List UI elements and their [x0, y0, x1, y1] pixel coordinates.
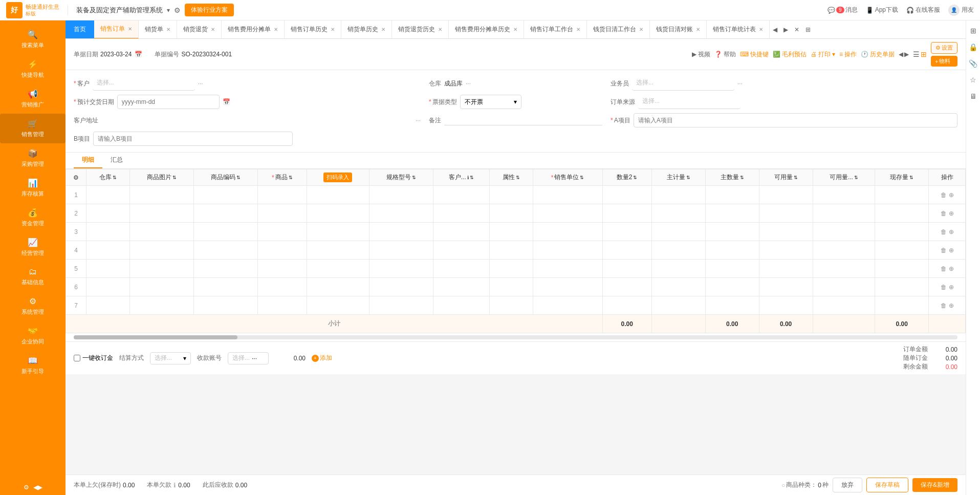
app-download-btn[interactable]: 📱 App下载: [866, 6, 898, 14]
tab-close-icon[interactable]: ✕: [759, 27, 763, 32]
tab-daily-reconcile[interactable]: 钱货日清对账 ✕: [650, 20, 707, 39]
tab-close-icon[interactable]: ✕: [211, 27, 215, 32]
copy-icon[interactable]: ⊕: [949, 302, 954, 309]
warehouse-more-icon[interactable]: ···: [466, 80, 471, 87]
bank-more-icon[interactable]: ···: [252, 355, 257, 362]
col-attr[interactable]: 属性⇅: [489, 169, 533, 186]
delete-icon[interactable]: 🗑: [941, 247, 947, 254]
view-btn[interactable]: ▶ 视频: [692, 50, 710, 59]
sidebar-item-system[interactable]: ⚙ 系统管理: [0, 291, 66, 321]
delivery-date-input[interactable]: [117, 95, 220, 109]
message-btn[interactable]: 💬 9 消息: [827, 6, 858, 14]
tab-order-workbench[interactable]: 销售订单工作台 ✕: [524, 20, 587, 39]
salesman-more-icon[interactable]: ···: [737, 80, 743, 87]
col-customer-code[interactable]: 客户...ℹ⇅: [433, 169, 489, 186]
tab-close-icon[interactable]: ✕: [639, 27, 643, 32]
right-panel-icon-4[interactable]: ☆: [967, 74, 979, 86]
customer-input[interactable]: 选择...: [93, 76, 195, 91]
tab-menu-btn[interactable]: ⊞: [802, 26, 814, 33]
sidebar-item-marketing[interactable]: 📢 营销推广: [0, 84, 66, 114]
b-project-input[interactable]: [93, 132, 293, 146]
settings-btn[interactable]: ⚙ 设置: [931, 42, 957, 54]
tab-detail[interactable]: 明细: [74, 153, 102, 168]
tab-close-icon[interactable]: ✕: [274, 27, 278, 32]
calendar-icon[interactable]: 📅: [135, 51, 142, 58]
op-btn[interactable]: ≡ 操作: [839, 50, 857, 59]
invoice-type-select[interactable]: 不开票 ▾: [460, 95, 521, 109]
view-list-icon[interactable]: ☰: [913, 50, 920, 58]
online-service-btn[interactable]: 🎧 在线客服: [906, 6, 940, 14]
chevron-down-icon[interactable]: ▾: [167, 7, 170, 14]
col-image[interactable]: 商品图片⇅: [129, 169, 193, 186]
right-panel-icon-5[interactable]: 🖥: [967, 90, 979, 102]
tab-sales-order-history[interactable]: 销售订单历史 ✕: [285, 20, 341, 39]
tab-close-icon[interactable]: ✕: [166, 27, 170, 32]
tab-receipt-history[interactable]: 销货单历史 ✕: [341, 20, 392, 39]
col-scan[interactable]: 扫码录入: [307, 169, 369, 186]
col-qty2[interactable]: 数量2⇅: [602, 169, 651, 186]
tab-sales-expense[interactable]: 销售费用分摊单 ✕: [222, 20, 285, 39]
sidebar-collapse-icon[interactable]: ◀▶: [33, 484, 42, 491]
tab-daily-workbench[interactable]: 钱货日清工作台 ✕: [587, 20, 650, 39]
tab-close-icon[interactable]: ✕: [438, 27, 442, 32]
right-panel-icon-2[interactable]: 🔒: [967, 41, 979, 53]
history-btn[interactable]: 🕐 历史单据: [861, 50, 895, 59]
tab-next-btn[interactable]: ▶: [780, 26, 791, 33]
tab-prev-btn[interactable]: ◀: [770, 26, 780, 33]
tab-summary[interactable]: 汇总: [102, 153, 131, 168]
right-panel-icon-3[interactable]: 📎: [967, 57, 979, 70]
delete-icon[interactable]: 🗑: [941, 191, 947, 199]
copy-icon[interactable]: ⊕: [949, 191, 954, 199]
tab-return-history[interactable]: 销货退货历史 ✕: [392, 20, 449, 39]
col-product[interactable]: *商品⇅: [257, 169, 307, 186]
print-btn[interactable]: 🖨 打印 ▾: [811, 50, 835, 59]
col-main-unit[interactable]: 主计量⇅: [651, 169, 705, 186]
system-select[interactable]: 装备及固定资产辅助管理系统 ▾: [76, 6, 170, 15]
save-draft-btn[interactable]: 保存草稿: [866, 478, 908, 492]
address-more-icon[interactable]: ···: [416, 117, 421, 124]
sidebar-item-sales[interactable]: 🛒 销售管理: [0, 114, 66, 143]
sidebar-item-finance[interactable]: 💰 资金管理: [0, 203, 66, 232]
tab-sales-return[interactable]: 销货退货 ✕: [177, 20, 222, 39]
delete-icon[interactable]: 🗑: [941, 284, 947, 291]
nav-prev-icon[interactable]: ◀: [899, 51, 903, 58]
col-settings[interactable]: ⚙: [66, 169, 86, 186]
delete-icon[interactable]: 🗑: [941, 265, 947, 272]
user-menu[interactable]: 👤 用友: [948, 5, 974, 16]
one-click-checkbox-input[interactable]: [74, 355, 80, 361]
delete-icon[interactable]: 🗑: [941, 228, 947, 235]
tab-close-icon[interactable]: ✕: [331, 27, 335, 32]
col-current[interactable]: 现存量⇅: [875, 169, 929, 186]
bank-account-select[interactable]: 选择... ···: [228, 352, 269, 364]
copy-icon[interactable]: ⊕: [949, 284, 954, 291]
col-code[interactable]: 商品编码⇅: [193, 169, 257, 186]
right-panel-icon-1[interactable]: ⊞: [967, 25, 979, 37]
col-available[interactable]: 可用量⇅: [759, 169, 813, 186]
delete-icon[interactable]: 🗑: [941, 302, 947, 309]
col-spec[interactable]: 规格型号⇅: [369, 169, 433, 186]
tab-close-icon[interactable]: ✕: [381, 27, 385, 32]
col-available2[interactable]: 可用量...⇅: [813, 169, 875, 186]
copy-icon[interactable]: ⊕: [949, 265, 954, 272]
view-card-icon[interactable]: ⊞: [921, 50, 927, 58]
gear-icon[interactable]: ⚙: [174, 6, 181, 14]
payment-method-select[interactable]: 选择... ▾: [150, 352, 191, 364]
sidebar-item-nav[interactable]: ⚡ 快捷导航: [0, 54, 66, 84]
copy-icon[interactable]: ⊕: [949, 247, 954, 254]
tab-sales-summary[interactable]: 销售订单统计表 ✕: [707, 20, 770, 39]
tab-sales-receipt[interactable]: 销货单 ✕: [139, 20, 177, 39]
sidebar-item-guide[interactable]: 📖 新手引导: [0, 351, 66, 380]
add-payment-btn[interactable]: + 添加: [312, 354, 332, 362]
table-scrollbar[interactable]: [66, 333, 966, 341]
copy-icon[interactable]: ⊕: [949, 228, 954, 235]
copy-icon[interactable]: ⊕: [949, 210, 954, 217]
nav-next-icon[interactable]: ▶: [904, 51, 909, 58]
discard-btn[interactable]: 放弃: [833, 478, 862, 492]
tab-close-icon[interactable]: ✕: [696, 27, 700, 32]
help-btn[interactable]: ❓ 帮助: [714, 50, 736, 59]
sidebar-item-operations[interactable]: 📈 经营管理: [0, 232, 66, 262]
sidebar-item-basic[interactable]: 🗂 基础信息: [0, 262, 66, 291]
sidebar-item-enterprise[interactable]: 🤝 企业协同: [0, 321, 66, 351]
sidebar-item-search[interactable]: 🔍 搜索菜单: [0, 25, 66, 54]
warehouse-value[interactable]: 成品库: [444, 79, 463, 88]
